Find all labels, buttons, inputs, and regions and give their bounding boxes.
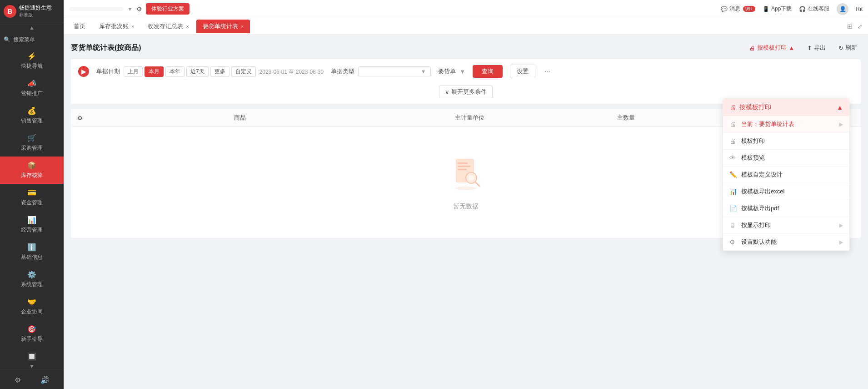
logo-icon: B <box>4 5 16 18</box>
avatar-icon: 👤 <box>839 6 846 12</box>
printer-icon: 🖨 <box>749 45 755 51</box>
dropdown-item-export-excel[interactable]: 📊 按模板导出excel <box>723 183 849 200</box>
doc-type-select[interactable]: ▼ <box>358 66 431 76</box>
query-btn[interactable]: 查询 <box>473 65 503 78</box>
avatar[interactable]: 👤 <box>837 3 848 15</box>
quick-nav-icon: ⚡ <box>27 52 36 61</box>
expand-more-label: 展开更多条件 <box>451 88 487 96</box>
svg-point-0 <box>455 187 477 190</box>
filter-area: ▶ 单据日期 上月 本月 本年 近7天 更多 自定义 2023-06-01 至 … <box>71 59 861 104</box>
settings-icon[interactable]: ⚙ <box>15 376 21 384</box>
sidebar-item-inventory[interactable]: 📦 库存核算 <box>0 157 64 184</box>
dropdown-item-template-print[interactable]: 🖨 模板打印 <box>723 133 849 150</box>
dropdown-item-set-default[interactable]: ⚙ 设置默认功能 ▶ <box>723 234 849 251</box>
username[interactable]: Rit <box>856 6 863 12</box>
export-excel-label: 按模板导出excel <box>741 187 784 196</box>
settings-btn[interactable]: 设置 <box>510 65 535 78</box>
message-label: 消息 <box>729 5 740 13</box>
tab-inventory-batch-close[interactable]: × <box>131 24 134 29</box>
apps-icon: 🔲 <box>27 352 36 361</box>
date-filter-group: 单据日期 上月 本月 本年 近7天 更多 自定义 2023-06-01 至 20… <box>96 66 324 77</box>
tab-expand-btn[interactable]: ⊞ <box>845 21 854 32</box>
order-type-label: 要货单 <box>438 67 456 76</box>
online-service-label: 在线客服 <box>808 5 829 13</box>
tab-receivables-summary[interactable]: 收发存汇总表 × <box>141 20 195 33</box>
print-dropdown-close-icon[interactable]: ▲ <box>837 104 843 111</box>
scroll-up-btn[interactable]: ▲ <box>0 23 64 32</box>
date-btn-7days[interactable]: 近7天 <box>186 66 209 77</box>
experience-btn[interactable]: 体验行业方案 <box>146 3 190 15</box>
tabs-bar: 首页 库存批次账 × 收发存汇总表 × 要货单统计表 × ⊞ ⤢ <box>64 18 868 35</box>
current-template-arrow: ▶ <box>839 121 843 127</box>
date-filter-label: 单据日期 <box>96 67 120 76</box>
app-download-btn[interactable]: 📱 App下载 <box>763 5 792 13</box>
scroll-down-btn[interactable]: ▼ <box>0 362 64 371</box>
date-range-text: 2023-06-01 至 2023-06-30 <box>259 68 324 76</box>
set-default-label: 设置默认功能 <box>741 238 777 246</box>
date-btn-more[interactable]: 更多 <box>210 66 229 77</box>
topbar-gear-icon[interactable]: ⚙ <box>136 5 142 13</box>
tab-inventory-batch[interactable]: 库存批次账 × <box>93 20 140 33</box>
th-settings[interactable]: ⚙ <box>71 115 89 121</box>
download-icon: 📱 <box>763 6 769 12</box>
sidebar-item-apps[interactable]: 🔲 应用中心 <box>0 348 64 362</box>
tab-home[interactable]: 首页 <box>67 20 92 33</box>
date-btn-custom[interactable]: 自定义 <box>231 66 256 77</box>
current-template-label: 当前：要货单统计表 <box>741 120 794 128</box>
tab-order-stats[interactable]: 要货单统计表 × <box>196 20 250 33</box>
current-template-icon: 🖨 <box>729 121 737 128</box>
expand-more-btn[interactable]: ∨ 展开更多条件 <box>439 86 493 98</box>
tab-receivables-summary-close[interactable]: × <box>186 24 189 29</box>
dropdown-item-template-preview[interactable]: 👁 模板预览 <box>723 150 849 167</box>
current-template-item[interactable]: 🖨 当前：要货单统计表 ▶ <box>723 116 849 133</box>
sidebar-item-system[interactable]: ⚙️ 系统管理 <box>0 266 64 293</box>
tab-order-stats-close[interactable]: × <box>241 24 244 29</box>
page-header: 要货单统计表(按商品) 🖨 按模板打印 ▲ ⬆ 导出 ↻ 刷新 <box>71 42 861 54</box>
online-service-btn[interactable]: 🎧 在线客服 <box>799 5 829 13</box>
topbar: ▼ ⚙ 体验行业方案 💬 消息 99+ 📱 App下载 🎧 在线客服 👤 Rit <box>64 0 868 18</box>
message-btn[interactable]: 💬 消息 99+ <box>721 5 755 13</box>
order-type-icon: ▼ <box>459 68 465 75</box>
sidebar-item-finance[interactable]: 💳 资金管理 <box>0 184 64 211</box>
filter-toggle-btn[interactable]: ▶ <box>78 66 89 77</box>
expand-more-icon: ∨ <box>445 89 449 96</box>
sidebar-item-basic[interactable]: ℹ️ 基础信息 <box>0 238 64 266</box>
sidebar-item-guide[interactable]: 🎯 新手引导 <box>0 320 64 348</box>
more-options-icon[interactable]: ··· <box>544 67 550 76</box>
th-product: 商品 <box>89 114 391 122</box>
sidebar-item-marketing[interactable]: 📣 营销推广 <box>0 75 64 102</box>
print-template-btn[interactable]: 🖨 按模板打印 ▲ <box>746 42 798 54</box>
sidebar-item-purchase[interactable]: 🛒 采购管理 <box>0 129 64 157</box>
sidebar-item-operation[interactable]: 📊 经营管理 <box>0 211 64 238</box>
sidebar-item-quick-nav[interactable]: ⚡ 快捷导航 <box>0 47 64 75</box>
empty-icon <box>448 154 484 197</box>
set-default-icon: ⚙ <box>729 238 737 246</box>
template-print-label: 模板打印 <box>741 137 765 145</box>
refresh-btn[interactable]: ↻ 刷新 <box>835 42 861 54</box>
app-download-label: App下载 <box>771 5 792 13</box>
sidebar-item-label: 快捷导航 <box>21 62 43 70</box>
sidebar-item-label: 企业协同 <box>21 308 43 316</box>
marketing-icon: 📣 <box>27 79 36 88</box>
topbar-search[interactable] <box>69 7 124 11</box>
tab-maximize-btn[interactable]: ⤢ <box>855 21 864 32</box>
export-btn[interactable]: ⬆ 导出 <box>803 42 829 54</box>
sidebar-search[interactable]: 🔍 搜索菜单 <box>0 32 64 47</box>
sound-icon[interactable]: 🔊 <box>40 376 50 384</box>
display-print-icon: 🖥 <box>729 222 737 229</box>
sidebar-item-collab[interactable]: 🤝 企业协同 <box>0 293 64 320</box>
topbar-chevron-icon[interactable]: ▼ <box>127 6 133 12</box>
dropdown-item-export-pdf[interactable]: 📄 按模板导出pdf <box>723 200 849 217</box>
app-name: 畅捷通好生意 <box>19 5 52 12</box>
date-btn-this-month[interactable]: 本月 <box>145 66 164 77</box>
export-pdf-label: 按模板导出pdf <box>741 204 779 212</box>
svg-rect-2 <box>458 162 468 164</box>
dropdown-item-display-print[interactable]: 🖥 按显示打印 ▶ <box>723 217 849 234</box>
sidebar-item-sales[interactable]: 💰 销售管理 <box>0 102 64 129</box>
sales-icon: 💰 <box>27 106 36 115</box>
print-dropdown-title: 按模板打印 <box>739 103 771 111</box>
dropdown-item-template-design[interactable]: ✏️ 模板自定义设计 <box>723 167 849 183</box>
date-btn-last-month[interactable]: 上月 <box>124 66 143 77</box>
date-btn-this-year[interactable]: 本年 <box>165 66 185 77</box>
svg-point-7 <box>469 175 474 181</box>
